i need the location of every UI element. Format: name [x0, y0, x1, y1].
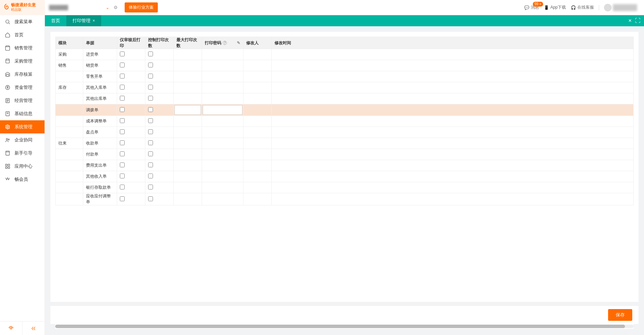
- cell-modified-at: [272, 93, 634, 104]
- max-count-input[interactable]: [174, 105, 201, 115]
- audit-only-checkbox[interactable]: [120, 196, 125, 201]
- cell-doc: 销货单: [83, 60, 117, 71]
- limit-count-checkbox[interactable]: [148, 196, 153, 201]
- app-download-button[interactable]: 📱 App下载: [544, 4, 566, 10]
- close-icon[interactable]: ×: [93, 18, 95, 23]
- online-service-button[interactable]: 🎧 在线客服: [571, 4, 594, 10]
- limit-count-checkbox[interactable]: [148, 63, 153, 67]
- horizontal-scrollbar[interactable]: [55, 324, 634, 329]
- audit-only-checkbox[interactable]: [120, 129, 125, 134]
- sidebar-item-bag[interactable]: 采购管理: [0, 55, 45, 68]
- cell-limit-count: [145, 116, 174, 127]
- sidebar-item-search[interactable]: 搜索菜单: [0, 15, 45, 28]
- help-icon[interactable]: ?: [223, 41, 227, 45]
- cell-audit-only: [117, 71, 145, 82]
- search-icon: [5, 19, 11, 25]
- audit-only-checkbox[interactable]: [120, 118, 125, 123]
- limit-count-checkbox[interactable]: [148, 74, 153, 78]
- cell-doc: 应收应付调整单: [83, 193, 117, 205]
- sidebar-item-label: 畅会员: [15, 176, 28, 183]
- audit-only-checkbox[interactable]: [120, 96, 125, 101]
- gear-icon[interactable]: ⚙: [114, 5, 118, 10]
- fullscreen-icon[interactable]: ⛶: [635, 18, 641, 24]
- tab-1[interactable]: 打印管理×: [66, 15, 101, 26]
- cell-doc: 调拨单: [83, 104, 117, 116]
- cell-limit-count: [145, 82, 174, 93]
- cell-limit-count: [145, 49, 174, 60]
- sidebar-item-label: 应用中心: [15, 163, 32, 169]
- audit-only-checkbox[interactable]: [120, 63, 125, 67]
- main: 首页打印管理× × ⛶ 模块 单据 仅审核后打印: [45, 15, 644, 335]
- sidebar-item-apps[interactable]: 应用中心: [0, 160, 45, 173]
- sidebar-item-cart[interactable]: 销售管理: [0, 41, 45, 55]
- th-modified-at: 修改时间: [272, 37, 634, 49]
- cell-module: [56, 193, 83, 205]
- cell-limit-count: [145, 93, 174, 104]
- sidebar-item-vip[interactable]: 畅会员: [0, 173, 45, 186]
- audit-only-checkbox[interactable]: [120, 151, 125, 156]
- audit-only-checkbox[interactable]: [120, 74, 125, 78]
- sidebar-item-book[interactable]: 新手引导: [0, 147, 45, 160]
- sidebar-collapse-button[interactable]: [22, 322, 45, 335]
- cell-limit-count: [145, 171, 174, 182]
- tab-0[interactable]: 首页: [45, 15, 66, 26]
- cell-modifier: [243, 160, 272, 171]
- cell-password: [202, 149, 243, 160]
- cell-modifier: [243, 104, 272, 116]
- tab-close-all-icon[interactable]: ×: [628, 18, 632, 24]
- limit-count-checkbox[interactable]: [148, 52, 153, 56]
- cell-audit-only: [117, 193, 145, 205]
- audit-only-checkbox[interactable]: [120, 174, 125, 178]
- cell-max-count: [174, 49, 202, 60]
- limit-count-checkbox[interactable]: [148, 174, 153, 178]
- scrollbar-thumb[interactable]: [55, 325, 625, 328]
- limit-count-checkbox[interactable]: [148, 162, 153, 167]
- cell-max-count: [174, 104, 202, 116]
- sidebar-item-warehouse[interactable]: 库存核算: [0, 68, 45, 81]
- svg-rect-11: [8, 164, 10, 166]
- user-avatar[interactable]: [604, 4, 637, 11]
- audit-only-checkbox[interactable]: [120, 185, 125, 189]
- cell-password: [202, 104, 243, 116]
- table-row: 其他收入单: [56, 171, 634, 182]
- sidebar-item-gear[interactable]: 系统管理: [0, 120, 45, 133]
- cell-module: 库存: [56, 82, 83, 93]
- limit-count-checkbox[interactable]: [148, 140, 153, 145]
- svg-rect-1: [6, 60, 10, 63]
- tenant-selector[interactable]: ██████ ⌄: [45, 5, 112, 10]
- sidebar-item-info[interactable]: 基础信息: [0, 107, 45, 120]
- topbar-right: 💬 消息 99 + 📱 App下载 🎧 在线客服: [524, 4, 644, 11]
- sidebar-item-home[interactable]: 首页: [0, 28, 45, 41]
- try-industry-button[interactable]: 体验行业方案: [125, 2, 158, 12]
- limit-count-checkbox[interactable]: [148, 185, 153, 189]
- edit-icon[interactable]: ✎: [237, 40, 240, 45]
- limit-count-checkbox[interactable]: [148, 85, 153, 90]
- audit-only-checkbox[interactable]: [120, 162, 125, 167]
- vip-icon: [5, 177, 11, 182]
- cell-password: [202, 138, 243, 149]
- limit-count-checkbox[interactable]: [148, 151, 153, 156]
- audit-only-checkbox[interactable]: [120, 140, 125, 145]
- messages-button[interactable]: 💬 消息 99 +: [524, 4, 539, 10]
- sidebar-item-money[interactable]: 资金管理: [0, 81, 45, 94]
- cell-limit-count: [145, 182, 174, 193]
- sidebar-settings-button[interactable]: [0, 322, 22, 335]
- report-icon: [5, 98, 11, 103]
- audit-only-checkbox[interactable]: [120, 107, 125, 112]
- limit-count-checkbox[interactable]: [148, 118, 153, 123]
- save-button[interactable]: 保存: [608, 309, 632, 321]
- audit-only-checkbox[interactable]: [120, 85, 125, 90]
- limit-count-checkbox[interactable]: [148, 96, 153, 101]
- sidebar-footer: [0, 321, 45, 335]
- svg-point-0: [6, 20, 9, 23]
- limit-count-checkbox[interactable]: [148, 129, 153, 134]
- sidebar-item-team[interactable]: 企业协同: [0, 133, 45, 147]
- audit-only-checkbox[interactable]: [120, 52, 125, 56]
- limit-count-checkbox[interactable]: [148, 107, 153, 112]
- sidebar-item-report[interactable]: 经营管理: [0, 94, 45, 107]
- svg-point-6: [7, 126, 8, 128]
- password-input[interactable]: [203, 105, 242, 115]
- cell-audit-only: [117, 127, 145, 138]
- home-icon: [5, 32, 11, 38]
- cell-modified-at: [272, 116, 634, 127]
